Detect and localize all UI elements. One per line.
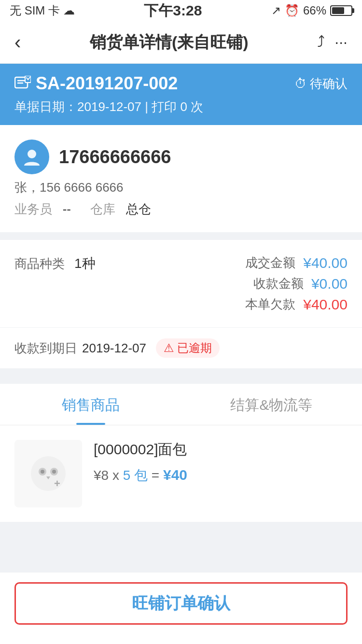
svg-point-7: [52, 470, 56, 474]
svg-text:+: +: [54, 477, 60, 490]
divider-2: [0, 368, 362, 376]
order-status-text: 待确认: [310, 75, 348, 92]
order-id: SA-20191207-002: [14, 73, 178, 94]
divider-1: [0, 232, 362, 240]
product-thumbnail: +: [14, 440, 82, 507]
product-name: [0000002]面包: [94, 440, 348, 460]
tab-settlement-logistics[interactable]: 结算&物流等: [181, 384, 362, 425]
unit: 包: [134, 468, 148, 483]
owed-label: 本单欠款: [245, 296, 295, 313]
order-id-text: SA-20191207-002: [36, 73, 178, 94]
page-title: 销货单详情(来自旺铺): [90, 31, 249, 54]
battery-icon: [330, 5, 352, 16]
amount-label: 成交金额: [245, 254, 295, 271]
payment-value: ¥0.00: [311, 276, 348, 292]
svg-point-6: [41, 470, 44, 474]
nav-bar: ‹ 销货单详情(来自旺铺) ⤴ ···: [0, 21, 362, 64]
navigation-icon: ↗: [271, 4, 281, 17]
amount-value: ¥40.00: [303, 255, 348, 271]
product-kind-value: 1种: [74, 254, 96, 273]
clock-icon: ⏱: [294, 76, 307, 91]
alarm-icon: ⏰: [285, 4, 299, 17]
nav-actions: ⤴ ···: [317, 33, 348, 51]
due-date-section: 收款到期日 2019-12-07 ⚠ 已逾期: [0, 327, 362, 368]
product-details: [0000002]面包 ¥8 x 5 包 = ¥40: [94, 440, 348, 485]
back-button[interactable]: ‹: [14, 31, 21, 53]
customer-section: 17666666666 张，156 6666 6666 业务员 -- 仓库 总仓: [0, 125, 362, 232]
multiply-sign: x: [112, 468, 123, 483]
owed-value: ¥40.00: [303, 296, 348, 313]
sim-status: 无 SIM 卡 ☁: [10, 3, 75, 18]
salesperson-label: 业务员: [14, 202, 52, 216]
product-kind-label: 商品种类: [14, 255, 65, 272]
customer-info: 张，156 6666 6666: [14, 179, 348, 196]
product-item: + [0000002]面包 ¥8 x 5 包 = ¥40: [0, 425, 362, 522]
tabs-section: 销售商品 结算&物流等 +: [0, 384, 362, 522]
order-status: ⏱ 待确认: [294, 75, 348, 92]
tab-sales-products[interactable]: 销售商品: [0, 384, 181, 425]
more-icon[interactable]: ···: [334, 33, 348, 51]
tabs-row: 销售商品 结算&物流等: [0, 384, 362, 425]
share-icon[interactable]: ⤴: [317, 33, 325, 51]
payment-label: 收款金额: [253, 275, 304, 292]
confirm-order-button[interactable]: 旺铺订单确认: [14, 582, 348, 625]
summary-amounts: 成交金额 ¥40.00 收款金额 ¥0.00 本单欠款 ¥40.00: [245, 254, 348, 313]
order-icon: [14, 73, 31, 94]
warehouse-label: 仓库: [90, 202, 115, 216]
equals-sign: =: [152, 468, 163, 483]
total-price: ¥40: [163, 467, 187, 483]
due-label: 收款到期日: [14, 340, 77, 357]
svg-point-2: [28, 150, 36, 158]
battery-percentage: 66%: [303, 4, 326, 17]
confirm-button-container: 旺铺订单确认: [0, 573, 362, 644]
status-left: 无 SIM 卡 ☁: [10, 3, 75, 18]
status-right: ↗ ⏰ 66%: [271, 4, 352, 17]
due-date: 2019-12-07: [82, 341, 146, 356]
order-header-band: SA-20191207-002 ⏱ 待确认 单据日期：2019-12-07 | …: [0, 64, 362, 125]
summary-section: 商品种类 1种 成交金额 ¥40.00 收款金额 ¥0.00 本单欠款 ¥40.…: [0, 240, 362, 327]
customer-phone: 17666666666: [59, 147, 171, 168]
warning-icon: ⚠: [164, 341, 174, 355]
product-price-row: ¥8 x 5 包 = ¥40: [94, 466, 348, 485]
overdue-badge: ⚠ 已逾期: [156, 338, 220, 358]
quantity: 5: [123, 468, 131, 483]
avatar: [14, 140, 49, 174]
status-bar: 无 SIM 卡 ☁ 下午3:28 ↗ ⏰ 66%: [0, 0, 362, 21]
customer-meta: 业务员 -- 仓库 总仓: [14, 201, 348, 218]
unit-price: ¥8: [94, 468, 109, 483]
order-date: 单据日期：2019-12-07 | 打印 0 次: [14, 98, 348, 115]
warehouse-value: 总仓: [126, 202, 151, 216]
svg-point-3: [31, 456, 66, 491]
status-time: 下午3:28: [144, 1, 202, 21]
overdue-text: 已逾期: [177, 340, 212, 356]
salesperson-value: --: [63, 202, 71, 216]
